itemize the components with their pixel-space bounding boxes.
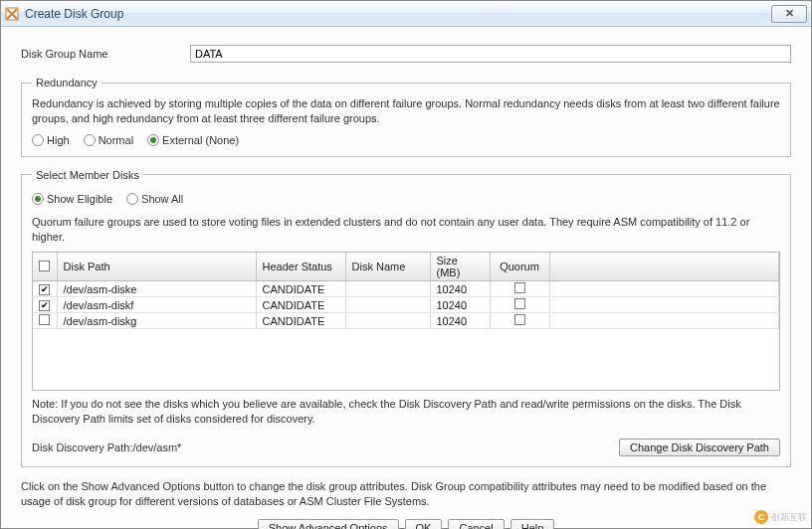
cell-size: 10240 [430, 281, 490, 297]
redundancy-legend: Redundancy [32, 77, 102, 88]
col-path-header[interactable]: Disk Path [57, 253, 256, 281]
col-size-header[interactable]: Size (MB) [430, 253, 490, 281]
cell-path: /dev/asm-diskf [57, 297, 256, 313]
change-discovery-path-button[interactable]: Change Disk Discovery Path [619, 439, 780, 456]
cell-path: /dev/asm-diskg [57, 313, 256, 329]
show-eligible[interactable]: Show Eligible [32, 193, 112, 205]
close-button[interactable]: ✕ [771, 5, 807, 23]
discovery-path-row: Disk Discovery Path:/dev/asm* Change Dis… [32, 439, 780, 456]
redundancy-desc: Redundancy is achieved by storing multip… [32, 96, 780, 126]
cell-spacer [549, 281, 779, 297]
col-quorum-header[interactable]: Quorum [490, 253, 549, 281]
advanced-note: Click on the Show Advanced Options butto… [21, 479, 791, 509]
cell-spacer [549, 297, 779, 313]
row-checkbox[interactable]: ✔ [39, 300, 50, 311]
member-disks-legend: Select Member Disks [32, 169, 143, 181]
col-check-header[interactable] [33, 253, 57, 281]
radio-icon [32, 134, 44, 146]
redundancy-high[interactable]: High [32, 134, 70, 146]
cell-path: /dev/asm-diske [57, 281, 256, 297]
redundancy-normal[interactable]: Normal [84, 134, 133, 146]
watermark-text: 创新互联 [771, 511, 807, 524]
cell-spacer [549, 313, 779, 329]
quorum-checkbox[interactable] [514, 298, 525, 309]
quorum-checkbox[interactable] [514, 282, 525, 293]
col-disk-name-header[interactable]: Disk Name [345, 253, 430, 281]
disk-table: Disk Path Header Status Disk Name Size (… [33, 253, 779, 329]
titlebar: Create Disk Group ✕ [1, 1, 811, 27]
disk-table-header-row: Disk Path Header Status Disk Name Size (… [33, 253, 779, 281]
table-row[interactable]: /dev/asm-diskgCANDIDATE10240 [33, 313, 779, 329]
cell-disk-name [345, 281, 430, 297]
redundancy-normal-label: Normal [99, 134, 133, 146]
show-all-label: Show All [141, 193, 183, 205]
member-disks-fieldset: Select Member Disks Show Eligible Show A… [21, 169, 791, 467]
close-icon: ✕ [785, 7, 794, 20]
cell-disk-name [345, 313, 430, 329]
window-title: Create Disk Group [25, 7, 771, 21]
cancel-button[interactable]: Cancel [448, 519, 504, 529]
show-all[interactable]: Show All [126, 193, 183, 205]
cell-disk-name [345, 297, 430, 313]
row-checkbox[interactable]: ✔ [39, 284, 50, 295]
cell-header-status: CANDIDATE [256, 281, 345, 297]
show-advanced-options-button[interactable]: Show Advanced Options [258, 519, 399, 529]
discovery-note: Note: If you do not see the disks which … [32, 397, 780, 427]
redundancy-external[interactable]: External (None) [147, 134, 239, 146]
cell-size: 10240 [430, 297, 490, 313]
cell-header-status: CANDIDATE [256, 313, 345, 329]
table-row[interactable]: ✔/dev/asm-diskeCANDIDATE10240 [33, 281, 779, 297]
app-icon [5, 7, 19, 21]
redundancy-fieldset: Redundancy Redundancy is achieved by sto… [21, 77, 791, 157]
show-eligible-label: Show Eligible [47, 193, 112, 205]
redundancy-high-label: High [47, 134, 70, 146]
disk-filter-options: Show Eligible Show All [32, 193, 780, 205]
create-disk-group-window: Create Disk Group ✕ Disk Group Name Redu… [0, 0, 812, 529]
disk-group-name-label: Disk Group Name [21, 48, 190, 60]
quorum-checkbox[interactable] [514, 314, 525, 325]
redundancy-options: High Normal External (None) [32, 134, 780, 146]
disk-group-name-row: Disk Group Name [21, 45, 791, 63]
table-row[interactable]: ✔/dev/asm-diskfCANDIDATE10240 [33, 297, 779, 313]
col-spacer [549, 253, 779, 281]
col-header-status-header[interactable]: Header Status [256, 253, 345, 281]
watermark-badge-icon: C [754, 510, 768, 524]
help-button[interactable]: Help [510, 519, 555, 529]
dialog-content: Disk Group Name Redundancy Redundancy is… [1, 27, 811, 528]
cell-size: 10240 [430, 313, 490, 329]
discovery-path-label: Disk Discovery Path:/dev/asm* [32, 441, 619, 453]
redundancy-external-label: External (None) [162, 134, 239, 146]
quorum-note: Quorum failure groups are used to store … [32, 215, 780, 245]
disk-group-name-input[interactable] [190, 45, 791, 63]
radio-icon-selected [32, 193, 44, 205]
radio-icon [126, 193, 138, 205]
dialog-button-bar: Show Advanced Options OK Cancel Help [21, 519, 791, 529]
disk-table-wrap[interactable]: Disk Path Header Status Disk Name Size (… [32, 252, 780, 391]
cell-header-status: CANDIDATE [256, 297, 345, 313]
radio-icon-selected [147, 134, 159, 146]
radio-icon [84, 134, 96, 146]
ok-button[interactable]: OK [405, 519, 443, 529]
watermark: C 创新互联 [754, 510, 807, 524]
row-checkbox[interactable] [39, 314, 50, 325]
